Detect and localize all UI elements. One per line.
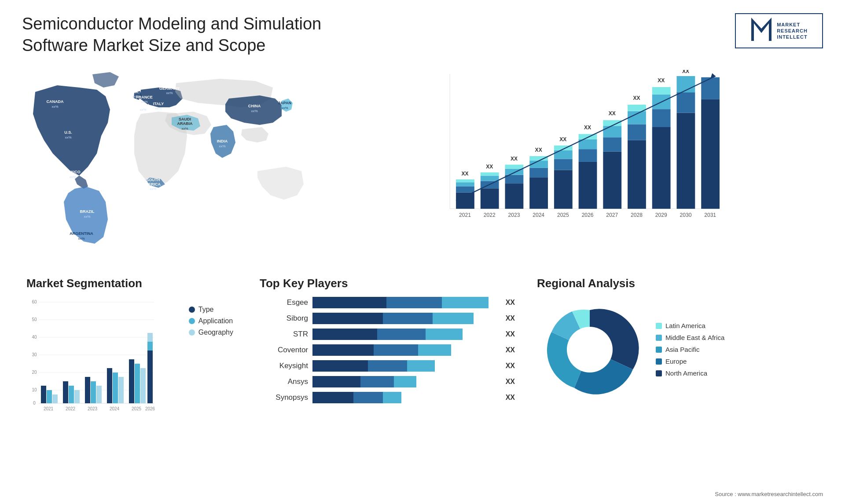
svg-rect-61 bbox=[579, 149, 597, 162]
label-europe: Europe bbox=[665, 358, 687, 365]
svg-rect-84 bbox=[701, 99, 720, 209]
legend-geography: Geography bbox=[189, 329, 233, 336]
svg-text:20: 20 bbox=[32, 370, 37, 375]
growth-chart-svg: XX XX XX XX bbox=[339, 70, 814, 241]
svg-rect-85 bbox=[701, 77, 720, 99]
svg-rect-121 bbox=[96, 386, 102, 403]
svg-text:xx%: xx% bbox=[155, 106, 162, 110]
svg-text:2029: 2029 bbox=[655, 212, 667, 218]
player-name-synopsys: Synopsys bbox=[260, 393, 308, 402]
svg-text:MEXICO: MEXICO bbox=[65, 170, 81, 174]
svg-text:xx%: xx% bbox=[69, 175, 76, 179]
legend-type-label: Type bbox=[198, 306, 214, 314]
svg-text:xx%: xx% bbox=[140, 108, 146, 112]
svg-rect-78 bbox=[652, 87, 671, 95]
legend-middle-east: Middle East & Africa bbox=[656, 334, 724, 341]
svg-rect-71 bbox=[628, 124, 646, 140]
svg-text:2024: 2024 bbox=[533, 212, 544, 218]
legend-app-dot bbox=[189, 318, 195, 324]
svg-rect-66 bbox=[603, 137, 621, 152]
label-latin-america: Latin America bbox=[665, 322, 705, 329]
seg-chart-area: 60 50 40 30 20 10 0 bbox=[26, 297, 238, 411]
svg-text:FRANCE: FRANCE bbox=[136, 95, 153, 99]
segmentation-section: Market Segmentation 60 50 40 30 20 bbox=[22, 272, 242, 416]
svg-text:XX: XX bbox=[461, 170, 468, 176]
player-row-esgee: Esgee XX bbox=[260, 297, 515, 308]
svg-text:XX: XX bbox=[486, 164, 493, 170]
svg-rect-127 bbox=[140, 368, 146, 403]
svg-rect-60 bbox=[579, 162, 597, 209]
color-latin-america bbox=[656, 323, 662, 329]
svg-text:SOUTH: SOUTH bbox=[146, 178, 160, 182]
map-section: CANADA xx% U.S. xx% MEXICO xx% BRAZIL xx… bbox=[22, 66, 321, 259]
player-bar-siborg bbox=[312, 313, 498, 324]
players-list: Esgee XX Siborg bbox=[260, 297, 515, 403]
player-name-siborg: Siborg bbox=[260, 314, 308, 323]
players-section: Top Key Players Esgee XX bbox=[255, 272, 519, 416]
svg-text:XX: XX bbox=[682, 70, 689, 74]
svg-rect-70 bbox=[628, 140, 646, 208]
bottom-grid: Market Segmentation 60 50 40 30 20 bbox=[22, 272, 823, 416]
svg-text:ITALY: ITALY bbox=[153, 102, 164, 106]
svg-rect-72 bbox=[628, 111, 646, 124]
svg-text:xx%: xx% bbox=[84, 215, 90, 219]
svg-text:2022: 2022 bbox=[484, 212, 496, 218]
svg-text:xx%: xx% bbox=[219, 144, 225, 148]
svg-marker-0 bbox=[751, 18, 772, 41]
label-middle-east: Middle East & Africa bbox=[665, 334, 724, 341]
svg-text:INDIA: INDIA bbox=[217, 139, 228, 143]
svg-rect-117 bbox=[69, 386, 74, 403]
svg-text:2025: 2025 bbox=[557, 212, 569, 218]
svg-text:60: 60 bbox=[32, 299, 37, 304]
svg-text:GERMANY: GERMANY bbox=[159, 86, 180, 91]
svg-rect-48 bbox=[505, 164, 524, 168]
svg-text:xx%: xx% bbox=[166, 91, 173, 95]
svg-rect-118 bbox=[74, 390, 80, 403]
svg-text:U.K.: U.K. bbox=[132, 90, 140, 94]
svg-rect-126 bbox=[135, 364, 140, 403]
color-middle-east bbox=[656, 335, 662, 341]
svg-rect-113 bbox=[41, 386, 46, 403]
svg-text:2023: 2023 bbox=[88, 406, 98, 411]
player-bar-esgee bbox=[312, 297, 498, 308]
player-val-synopsys: XX bbox=[506, 394, 515, 402]
svg-text:2027: 2027 bbox=[606, 212, 618, 218]
donut-chart-svg bbox=[537, 297, 643, 402]
label-asia-pacific: Asia Pacific bbox=[665, 346, 700, 353]
svg-text:BRAZIL: BRAZIL bbox=[80, 209, 95, 214]
legend-application: Application bbox=[189, 317, 233, 325]
main-grid: CANADA xx% U.S. xx% MEXICO xx% BRAZIL xx… bbox=[22, 66, 823, 416]
svg-text:2028: 2028 bbox=[631, 212, 643, 218]
svg-rect-51 bbox=[529, 168, 548, 177]
seg-legend: Type Application Geography bbox=[189, 306, 233, 336]
svg-text:50: 50 bbox=[32, 317, 37, 322]
svg-text:U.S.: U.S. bbox=[64, 130, 72, 135]
regional-section: Regional Analysis bbox=[533, 272, 823, 416]
player-name-keysight: Keysight bbox=[260, 362, 308, 370]
svg-rect-125 bbox=[129, 359, 134, 403]
svg-rect-63 bbox=[579, 134, 597, 139]
svg-text:XX: XX bbox=[658, 77, 665, 84]
svg-rect-129 bbox=[147, 342, 153, 351]
legend-north-america: North America bbox=[656, 369, 724, 377]
player-row-str: STR XX bbox=[260, 329, 515, 340]
legend-asia-pacific: Asia Pacific bbox=[656, 346, 724, 353]
legend-latin-america: Latin America bbox=[656, 322, 724, 329]
chart-section: XX XX XX XX bbox=[330, 66, 823, 259]
svg-text:XX: XX bbox=[511, 156, 518, 162]
svg-text:XX: XX bbox=[584, 124, 591, 130]
svg-rect-128 bbox=[147, 351, 153, 403]
svg-text:XX: XX bbox=[559, 136, 566, 142]
player-bar-coventor bbox=[312, 344, 498, 356]
label-north-america: North America bbox=[665, 369, 707, 377]
svg-rect-56 bbox=[554, 159, 573, 170]
donut-legend: Latin America Middle East & Africa Asia … bbox=[656, 322, 724, 377]
svg-text:2030: 2030 bbox=[680, 212, 692, 218]
svg-rect-123 bbox=[113, 373, 118, 403]
legend-geo-label: Geography bbox=[198, 329, 233, 336]
color-asia-pacific bbox=[656, 347, 662, 353]
svg-text:XX: XX bbox=[535, 146, 542, 153]
legend-type-dot bbox=[189, 307, 195, 313]
svg-text:2021: 2021 bbox=[459, 212, 471, 218]
svg-rect-42 bbox=[481, 175, 499, 181]
